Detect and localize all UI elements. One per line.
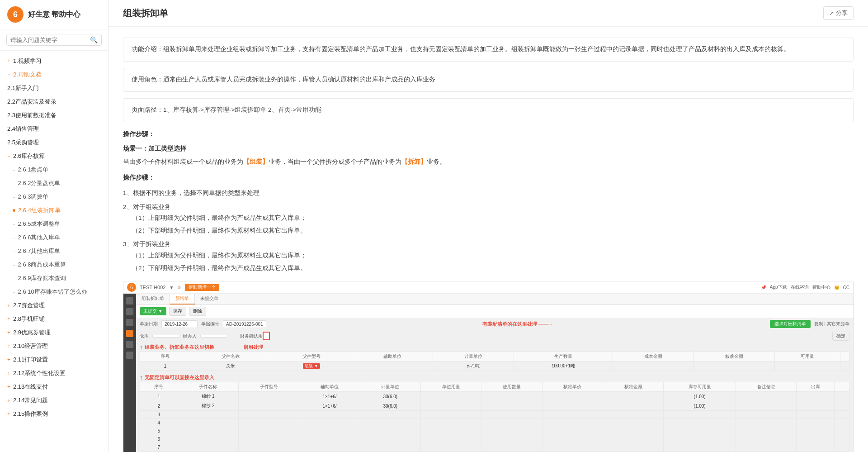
mock-sub-table-wrap: 序号 子件名称 子件型号 辅助单位 计量单位 单位用量 使用数量 核准单价 核准 bbox=[136, 382, 853, 452]
mock-tab-new: 新增单 bbox=[170, 294, 195, 305]
sidebar-item-2-14[interactable]: +2.14常见问题 bbox=[0, 394, 108, 407]
mock-toolbar: 未提交 ▼ 保存 删除 bbox=[136, 305, 853, 318]
mock-confirm-input bbox=[263, 332, 270, 340]
nav-item-label: 2.帮助文档 bbox=[13, 71, 42, 79]
plus-icon: + bbox=[7, 316, 10, 322]
sidebar-item-2-1[interactable]: 2.1新手入门 bbox=[0, 81, 108, 95]
mock-td-unit: 件/1吨 bbox=[433, 362, 514, 371]
mock-td-model: 组装 ▼ bbox=[271, 362, 352, 371]
mock-tabs: 组装拆卸单 新增单 未提交单 bbox=[136, 294, 853, 305]
mock-td-avail bbox=[774, 362, 840, 371]
sidebar-item-2-6-3[interactable]: –2.6.3调拨单 bbox=[0, 190, 108, 204]
sidebar-item-2-6-9[interactable]: –2.6.9库存账本查询 bbox=[0, 271, 108, 285]
sidebar-item-2-6-10[interactable]: –2.6.10库存账本错了怎么办 bbox=[0, 285, 108, 299]
sidebar-item-2-12[interactable]: +2.12系统个性化设置 bbox=[0, 366, 108, 380]
search-icon[interactable]: 🔍 bbox=[90, 36, 98, 43]
mock-sub-td-unit2: 30(6.0) bbox=[360, 401, 420, 411]
nav-item-label: 2.6.8商品成本重算 bbox=[18, 261, 66, 269]
sidebar-item-2-3[interactable]: 2.3使用前数据准备 bbox=[0, 109, 108, 122]
mock-th-cost: 成本金额 bbox=[613, 352, 694, 362]
share-button[interactable]: ↗ 分享 bbox=[823, 6, 854, 20]
step-list: 1、根据不同的业务，选择不同单据的类型来处理 2、对于组装业务 （1）上部明细为… bbox=[123, 188, 854, 274]
mock-th-action bbox=[840, 352, 849, 362]
sidebar-item-2-5[interactable]: 2.5采购管理 bbox=[0, 136, 108, 149]
sidebar-item-2-6[interactable]: −2.6库存核算 bbox=[0, 149, 108, 163]
table-row: 2 棉纱 2 1×1+6/ 30(6.0) bbox=[140, 401, 849, 411]
sidebar-item-2-6-7[interactable]: –2.6.7其他出库单 bbox=[0, 244, 108, 258]
sidebar-item-2-10[interactable]: +2.10经营管理 bbox=[0, 339, 108, 353]
content-area: 功能介绍：组装拆卸单用来处理企业组装或拆卸等加工业务，支持有固定装配清单的产品加… bbox=[108, 27, 868, 452]
mock-order-label: 单据编号 bbox=[201, 321, 219, 327]
nav-item-label: 2.13在线支付 bbox=[13, 383, 48, 391]
sidebar-item-2-15[interactable]: +2.15操作案例 bbox=[0, 407, 108, 421]
page-header: 组装拆卸单 ↗ 分享 bbox=[108, 0, 868, 27]
sidebar-item-2[interactable]: −2.帮助文档 bbox=[0, 68, 108, 81]
mock-nav-btn: 拆卸新增一个 bbox=[185, 284, 219, 291]
plus-icon: + bbox=[7, 397, 10, 404]
table-row: 7 bbox=[140, 443, 849, 452]
nav-item-label: 2.6.1盘点单 bbox=[18, 166, 49, 174]
table-row: 1 关米 组装 ▼ 件/1吨 100.00+1吨 bbox=[140, 362, 849, 371]
sidebar-item-2-6-4[interactable]: 2.6.4组装拆卸单 bbox=[0, 204, 108, 217]
sidebar-item-2-6-1[interactable]: –2.6.1盘点单 bbox=[0, 163, 108, 176]
mock-sub-td-stock1: (1.00) bbox=[664, 392, 736, 401]
mock-td-op bbox=[840, 362, 849, 371]
table-row: 3 bbox=[140, 411, 849, 419]
mock-sidebar-icon5 bbox=[126, 341, 133, 348]
step3-sub2: （2）下部明细为子件明细，最终作为产成品生成其它入库单。 bbox=[132, 263, 854, 274]
dash-icon: – bbox=[13, 276, 15, 281]
mock-body: 组装拆卸单 新增单 未提交单 未提交 ▼ 保存 删除 单据日期 bbox=[123, 294, 853, 452]
sidebar-item-2-9[interactable]: +2.9优惠券管理 bbox=[0, 326, 108, 339]
feature-intro-block: 功能介绍：组装拆卸单用来处理企业组装或拆卸等加工业务，支持有固定装配清单的产品加… bbox=[123, 38, 854, 62]
search-input-wrap[interactable]: 🔍 bbox=[6, 34, 102, 46]
mock-sub-td-seq1: 1 bbox=[140, 392, 178, 401]
mock-sub-td-aux1: 1×1+6/ bbox=[299, 392, 360, 401]
annotation-free-text: 无固定清单可以直接在这里录入 bbox=[145, 374, 214, 381]
sidebar-item-2-13[interactable]: +2.13在线支付 bbox=[0, 380, 108, 394]
mock-td-aux bbox=[352, 362, 433, 371]
sidebar-item-2-6-6[interactable]: –2.6.6其他入库单 bbox=[0, 231, 108, 244]
mock-sub-th-name: 子件名称 bbox=[178, 382, 238, 392]
sidebar-item-2-2[interactable]: 2.2产品安装及登录 bbox=[0, 95, 108, 109]
mock-sub-th-unit: 计量单位 bbox=[360, 382, 420, 392]
mock-th-approve: 核准金额 bbox=[694, 352, 775, 362]
table-row: 1 棉纱 1 1×1+6/ 30(6.0) bbox=[140, 392, 849, 401]
screenshot-mockup: 6 TEST-H002 ▼ ⚙ 拆卸新增一个 📌 App下载 在线咨询 帮助中心… bbox=[123, 281, 854, 452]
mock-sub-td-model1 bbox=[238, 392, 299, 401]
nav-item-label: 2.1新手入门 bbox=[7, 84, 39, 92]
mock-sub-td-act2 bbox=[834, 401, 849, 411]
table-row: 6 bbox=[140, 435, 849, 443]
sidebar-item-2-6-5[interactable]: –2.6.5成本调整单 bbox=[0, 217, 108, 231]
mock-date-label: 单据日期 bbox=[140, 321, 158, 327]
plus-icon: + bbox=[7, 411, 10, 417]
mock-copy-btn: 复制 | 其它来源单 bbox=[814, 321, 849, 327]
mock-sidebar-icon3 bbox=[126, 319, 133, 326]
logo-title: 好生意 帮助中心 bbox=[28, 10, 80, 19]
search-input[interactable] bbox=[10, 37, 90, 43]
annotation-type: ↑ 组装业务、拆卸业务在这里切换 启用处理 bbox=[136, 343, 853, 352]
sidebar: 6 好生意 帮助中心 🔍 +1.视频学习−2.帮助文档2.1新手入门2.2产品安… bbox=[0, 0, 108, 452]
sidebar-item-1[interactable]: +1.视频学习 bbox=[0, 54, 108, 68]
dash-icon: – bbox=[13, 235, 15, 240]
search-bar: 🔍 bbox=[0, 29, 108, 51]
mock-sub-td-aux2: 1×1+6/ bbox=[299, 401, 360, 411]
mock-sub-td-price2 bbox=[542, 401, 603, 411]
mock-sub-td-name1: 棉纱 1 bbox=[178, 392, 238, 401]
sidebar-item-2-8[interactable]: +2.8手机旺铺 bbox=[0, 312, 108, 326]
mock-th-unit: 计量单位 bbox=[433, 352, 514, 362]
annotation-free-arrow: ↑ bbox=[140, 374, 143, 381]
mock-sub-th-aux: 辅助单位 bbox=[299, 382, 360, 392]
mock-btn-delete: 删除 bbox=[189, 307, 206, 316]
sidebar-item-2-11[interactable]: +2.11打印设置 bbox=[0, 353, 108, 366]
mock-btn-save: 保存 bbox=[169, 307, 186, 316]
steps-title: 操作步骤： bbox=[123, 172, 854, 183]
sidebar-item-2-4[interactable]: 2.4销售管理 bbox=[0, 122, 108, 136]
mock-sub-td-price1 bbox=[542, 392, 603, 401]
sidebar-item-2-6-2[interactable]: –2.6.2分量盘点单 bbox=[0, 176, 108, 190]
dash-icon: – bbox=[13, 181, 15, 186]
mock-order-input: AD-20191226-001 bbox=[223, 320, 266, 328]
nav-item-label: 2.6.6其他入库单 bbox=[18, 233, 61, 242]
step3-sub1: （1）上部明细为父件明细，最终作为原材料生成其它出库单； bbox=[132, 250, 854, 261]
sidebar-item-2-7[interactable]: +2.7资金管理 bbox=[0, 299, 108, 312]
sidebar-item-2-6-8[interactable]: –2.6.8商品成本重算 bbox=[0, 258, 108, 271]
